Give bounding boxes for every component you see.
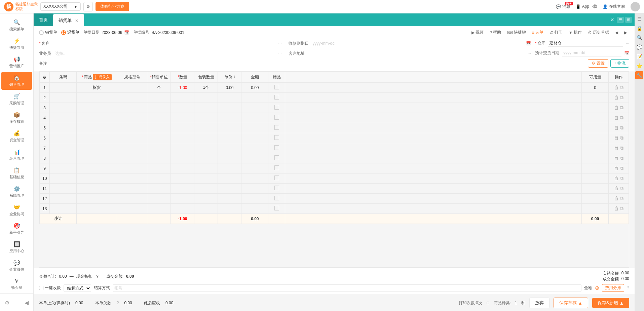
panel-btn-1[interactable]: ☰ (635, 15, 643, 23)
sidebar-item-app-center[interactable]: 🔲 应用中心 (1, 238, 32, 256)
sidebar-item-finance[interactable]: 💰 资金管理 (1, 127, 32, 145)
trial-button[interactable]: 体验行业方案 (96, 2, 129, 11)
select-btn[interactable]: ≡ 选单 (530, 29, 545, 36)
cell-barcode-1[interactable] (50, 83, 77, 93)
cell-unit-1[interactable]: 个 (147, 83, 171, 93)
copy-icon[interactable]: ⧉ (620, 206, 623, 211)
add-payment-btn[interactable]: ⊕ (595, 285, 599, 291)
avatar[interactable] (631, 2, 640, 11)
sidebar-item-quick-nav[interactable]: ⚡ 快捷导航 (1, 35, 32, 53)
this-order-debt-icon[interactable]: ? (117, 301, 119, 305)
delete-icon[interactable]: 🗑 (614, 95, 619, 101)
account-input[interactable] (113, 284, 581, 292)
delivery-date-calendar-icon[interactable]: 📅 (624, 51, 629, 55)
delete-icon-1[interactable]: 🗑 (614, 85, 619, 90)
note-input[interactable] (50, 60, 531, 67)
customer-addr-dots[interactable]: ··· (528, 51, 531, 56)
close-all-icon[interactable]: ✕ (610, 17, 614, 23)
date-value[interactable]: 2023-06-06 (102, 30, 122, 35)
sidebar-collapse-icon[interactable]: ◀ (23, 298, 31, 308)
cell-product-1[interactable]: 拆货 (77, 83, 117, 93)
discount-help-icon[interactable]: ? (96, 274, 99, 279)
video-btn[interactable]: ▶ 视频 (469, 29, 486, 36)
customer-addr-input[interactable] (307, 50, 525, 57)
price-info-icon[interactable]: ℹ (234, 75, 235, 79)
cell-packqty-1[interactable]: 1个 (194, 83, 218, 93)
sidebar-item-member[interactable]: V 畅会员 (1, 275, 32, 293)
sidebar-item-enterprise[interactable]: 🤝 企业协同 (1, 201, 32, 219)
prev-record-btn[interactable]: ◀ (613, 30, 620, 36)
help-btn[interactable]: ? 帮助 (488, 29, 503, 36)
cell-price-1[interactable]: 0.00 (218, 83, 241, 93)
sidebar-item-guide[interactable]: 🎯 新手引导 (1, 220, 32, 238)
delete-icon[interactable]: 🗑 (614, 176, 619, 181)
copy-icon[interactable]: ⧉ (620, 135, 623, 141)
delivery-date-input[interactable] (562, 49, 621, 56)
copy-icon[interactable]: ⧉ (620, 165, 623, 171)
view-grid-btn[interactable]: ⊞ (625, 17, 632, 23)
discard-button[interactable]: 放弃 (529, 298, 550, 308)
panel-btn-4[interactable]: 💬 (635, 43, 643, 51)
sidebar-item-sales[interactable]: 🏠 销售管理 (1, 72, 32, 90)
th-settings[interactable]: ⚙ (40, 72, 50, 83)
gift-checkbox-1[interactable] (274, 85, 279, 89)
radio-sales-order[interactable]: 销货单 (39, 30, 57, 35)
tab-home[interactable]: 首页 (34, 13, 53, 26)
copy-icon[interactable]: ⧉ (620, 115, 623, 121)
copy-icon[interactable]: ⧉ (620, 95, 623, 101)
sidebar-item-purchase[interactable]: 🛒 采购管理 (1, 90, 32, 108)
delete-icon[interactable]: 🗑 (614, 196, 619, 201)
cell-gift-1[interactable] (268, 83, 285, 93)
action-btn[interactable]: ▼ 操作 (567, 29, 584, 36)
copy-icon-1[interactable]: ⧉ (620, 85, 623, 90)
copy-icon[interactable]: ⧉ (620, 176, 623, 181)
view-list-btn[interactable]: ☰ (617, 17, 624, 23)
history-btn[interactable]: ⏱ 历史单据 (586, 29, 611, 36)
copy-icon[interactable]: ⧉ (620, 196, 623, 201)
delete-icon[interactable]: 🗑 (614, 165, 619, 171)
customer-input[interactable] (52, 40, 276, 47)
delete-icon[interactable]: 🗑 (614, 155, 619, 161)
sidebar-item-marketing[interactable]: 📢 营销推广 (1, 53, 32, 71)
sidebar-settings-icon[interactable]: ⚙ (3, 298, 11, 308)
next-record-btn[interactable]: ▶ (622, 30, 629, 36)
tab-sales-order[interactable]: 销货单 ✕ (53, 14, 84, 27)
delete-icon[interactable]: 🗑 (614, 125, 619, 131)
settings-gear-icon[interactable]: ⚙ (83, 2, 93, 11)
sidebar-item-operation[interactable]: 📊 经营管理 (1, 146, 32, 164)
delete-icon[interactable]: 🗑 (614, 135, 619, 141)
copy-icon[interactable]: ⧉ (620, 186, 623, 191)
copy-icon[interactable]: ⧉ (620, 155, 623, 161)
delete-icon[interactable]: 🗑 (614, 206, 619, 211)
sidebar-item-system[interactable]: ⚙️ 系统管理 (1, 183, 32, 201)
flow-button[interactable]: + 物流 (610, 59, 629, 68)
app-download-button[interactable]: 📱 App下载 (576, 4, 597, 9)
copy-icon[interactable]: ⧉ (620, 125, 623, 131)
expense-split-btn[interactable]: 费用分摊 (602, 284, 624, 292)
product-types-icon[interactable]: ⊙ (486, 301, 490, 305)
receive-date-input[interactable] (311, 40, 524, 47)
settings-button[interactable]: ⚙ 设置 (588, 59, 608, 68)
panel-btn-6[interactable]: ⭐ (635, 62, 643, 70)
calendar-icon[interactable]: 📅 (124, 30, 129, 35)
panel-btn-3[interactable]: 🔍 (635, 34, 643, 42)
copy-icon[interactable]: ⧉ (620, 145, 623, 151)
delete-icon[interactable]: 🗑 (614, 186, 619, 191)
sidebar-item-wechat[interactable]: 💬 企业微信 (1, 257, 32, 275)
scan-btn[interactable]: 扫码录入 (93, 74, 112, 80)
expense-help-icon[interactable]: ? (627, 286, 629, 290)
sidebar-item-basic-info[interactable]: 📋 基础信息 (1, 164, 32, 182)
receive-date-calendar-icon[interactable]: 📅 (526, 41, 531, 46)
salesman-input[interactable] (54, 50, 275, 57)
save-draft-button[interactable]: 保存草稿 ▲ (554, 298, 588, 308)
panel-btn-5[interactable]: 📝 (635, 52, 643, 61)
cell-amount-1[interactable]: 0.00 (241, 83, 268, 93)
message-button[interactable]: 💬 消息 99+ (556, 4, 570, 9)
online-support-button[interactable]: 👤 在线客服 (603, 4, 625, 9)
panel-btn-7[interactable]: 🔧 (635, 71, 643, 79)
shortcut-btn[interactable]: ⌨ 快捷键 (505, 29, 528, 36)
cell-spec-1[interactable] (117, 83, 147, 93)
warehouse-input[interactable] (548, 40, 623, 47)
one-click-pay-checkbox[interactable] (39, 286, 43, 290)
one-click-pay-checkbox-label[interactable]: 一键收款 (39, 285, 61, 291)
